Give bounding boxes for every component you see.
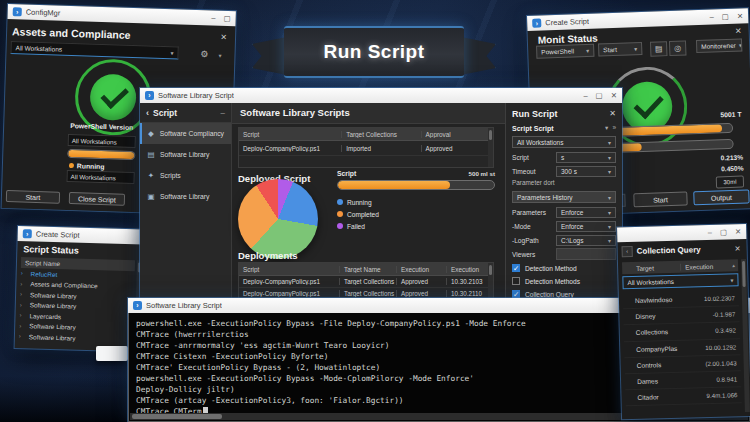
stat-label: 5001 T xyxy=(720,111,741,119)
status-row: Running xyxy=(69,162,105,170)
gear-icon[interactable]: ⚙ xyxy=(200,49,208,59)
panel-subheader: Script Script ▾ » xyxy=(512,122,616,134)
chevron-down-icon: ▾ xyxy=(167,49,173,56)
monitor-icon[interactable]: ◎ xyxy=(669,40,687,56)
cell-execution: 0.3.492 xyxy=(715,327,740,335)
printer-icon[interactable]: ▤ xyxy=(650,41,668,57)
scroll-up-icon[interactable]: ▴ xyxy=(732,262,738,268)
library-titlebar[interactable]: › Software Library Script – ▢ ✕ xyxy=(140,88,622,103)
collection-dropdown[interactable]: All Workstations ▾ xyxy=(10,41,178,59)
col-target-collections: Target Collections xyxy=(341,131,420,138)
cell: Approved xyxy=(396,290,446,297)
legend-label: Running xyxy=(347,199,372,206)
version-field[interactable]: All Workstations xyxy=(68,134,136,148)
sidebar-item-software-compliancy[interactable]: ◆ Software Compliancy xyxy=(140,123,231,144)
scrollbar-thumb[interactable] xyxy=(489,130,492,140)
pie-legend: Running Completed Failed xyxy=(337,196,379,232)
software-library-window: › Software Library Script – ▢ ✕ ‹ Script… xyxy=(140,88,622,312)
close-icon[interactable]: ✕ xyxy=(611,88,617,103)
maximize-icon[interactable]: ▢ xyxy=(720,225,727,240)
collapse-icon[interactable]: – xyxy=(221,108,225,117)
output-button[interactable]: Output xyxy=(693,189,749,205)
close-icon[interactable]: ✕ xyxy=(609,109,616,118)
maximize-icon[interactable]: ▢ xyxy=(596,88,603,103)
chevron-down-icon[interactable]: ▾ xyxy=(218,52,221,59)
chevron-down-icon: ▾ xyxy=(605,168,611,175)
legend-dot-icon xyxy=(337,199,343,205)
checkbox-row-detection-methods[interactable]: Detection Methods xyxy=(512,275,616,287)
status-badge: 30ml xyxy=(716,176,744,189)
percent-value-1: 0.213% xyxy=(721,154,744,162)
close-icon[interactable]: ✕ xyxy=(735,224,742,239)
parameters-history-dropdown[interactable]: Parameters History ▾ xyxy=(512,191,616,203)
parameters-dropdown[interactable]: Enforce ▾ xyxy=(556,207,616,218)
list-item[interactable]: › Software Library xyxy=(19,331,133,345)
cell-execution: (2.00.1.043 xyxy=(705,359,740,367)
ribbon-band: Run Script xyxy=(284,26,464,78)
start-button[interactable]: Start xyxy=(6,190,60,204)
cell-execution: 10.02.2307 xyxy=(704,294,739,302)
close-script-button[interactable]: Close Script xyxy=(69,192,125,206)
scrollbar[interactable] xyxy=(488,128,493,167)
col-target-name: Target Name xyxy=(339,266,396,273)
gauge-value: 500 ml st xyxy=(337,170,495,177)
panel-collection-dropdown[interactable]: All Workstations ▾ xyxy=(512,136,616,148)
script-dropdown[interactable]: s ▾ xyxy=(556,152,616,163)
logpath-dropdown[interactable]: C:\Logs ▾ xyxy=(556,235,616,246)
close-icon[interactable]: ✕ xyxy=(735,28,742,36)
mode-row: -Mode Enforce ▾ xyxy=(512,220,616,232)
chevron-down-icon[interactable]: ▾ xyxy=(605,124,608,132)
progress-fill xyxy=(338,181,450,189)
window-title: ConfigMgr xyxy=(26,8,61,18)
close-icon[interactable]: ✕ xyxy=(737,8,744,23)
scrollbar[interactable] xyxy=(741,259,750,412)
action-dropdown[interactable]: Start ▾ xyxy=(598,42,642,57)
checkbox-row-detection-method[interactable]: Detection Method xyxy=(512,262,616,274)
external-icon[interactable]: » xyxy=(612,124,616,132)
scrollbar-thumb[interactable] xyxy=(742,261,746,287)
cell: Approved xyxy=(396,278,446,285)
close-icon[interactable]: ✕ xyxy=(734,244,741,253)
minimize-icon[interactable]: – xyxy=(211,10,216,25)
engine-dropdown[interactable]: PowerShell ▾ xyxy=(536,44,594,59)
table-row[interactable]: Deploy-CompanyPolicy.ps1 Target Collecti… xyxy=(239,276,493,288)
checkbox[interactable] xyxy=(512,290,520,298)
table-row[interactable]: Citador 9.4m.1.066 xyxy=(625,387,741,406)
parameters-label: Parameters xyxy=(512,209,556,216)
cell: Target Collections xyxy=(339,278,396,285)
sidebar-item-software-library[interactable]: ▤ Software Library xyxy=(140,144,231,165)
scrollbar-thumb[interactable] xyxy=(489,265,492,275)
mode-dropdown[interactable]: Enforce ▾ xyxy=(556,221,616,232)
window-controls: – ▢ ✕ xyxy=(583,88,617,103)
checkbox[interactable] xyxy=(512,264,520,272)
legend-dot-icon xyxy=(337,211,343,217)
cell: Target Collections xyxy=(339,290,396,297)
checkbox[interactable] xyxy=(512,277,520,285)
minimize-icon[interactable]: – xyxy=(707,225,712,240)
sidebar-item-scripts[interactable]: ✦ Scripts xyxy=(140,165,231,186)
query-filter-dropdown[interactable]: All Workstations ▾ xyxy=(622,273,738,289)
status-field[interactable]: All Workstations xyxy=(66,170,134,184)
chevron-left-icon[interactable]: ‹ xyxy=(622,246,633,257)
chevron-down-icon: ▾ xyxy=(605,194,611,201)
cell-target: Disney xyxy=(623,313,655,321)
viewers-input[interactable] xyxy=(556,248,616,260)
maximize-icon[interactable]: ▢ xyxy=(223,11,231,26)
sidebar-item-software-library-2[interactable]: ▣ Software Library xyxy=(140,186,231,207)
maximize-icon[interactable]: ▢ xyxy=(721,9,729,24)
close-icon[interactable]: ✕ xyxy=(220,34,227,42)
minimize-icon[interactable]: – xyxy=(583,88,587,103)
sidebar-header[interactable]: ‹ Script – xyxy=(140,103,231,123)
status-titlebar[interactable]: › Create Script xyxy=(18,226,144,245)
minimize-icon[interactable]: – xyxy=(709,9,714,24)
query-titlebar[interactable]: – ▢ ✕ xyxy=(617,224,746,242)
logpath-row: -LogPath C:\Logs ▾ xyxy=(512,234,616,246)
scrollbar-thumb[interactable] xyxy=(132,414,222,419)
logpath-value: C:\Logs xyxy=(561,237,583,244)
table-row[interactable]: Deploy-CompanyPolicy.ps1 Imported Approv… xyxy=(239,141,493,156)
item-label: Software Library xyxy=(30,291,77,299)
start-button[interactable]: Start xyxy=(633,192,687,208)
legend-label: Completed xyxy=(347,211,379,218)
timeout-dropdown[interactable]: 300 s ▾ xyxy=(556,166,616,177)
mode-dropdown[interactable]: Monitorener ▾ xyxy=(696,39,742,54)
